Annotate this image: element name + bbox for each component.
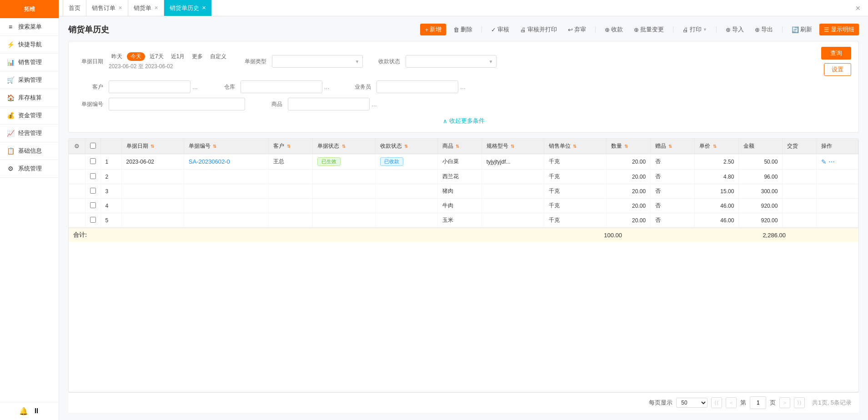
sidebar-item-search-menu[interactable]: ≡ 搜索菜单 <box>0 18 59 36</box>
row-select-checkbox[interactable] <box>90 202 96 208</box>
doc-no-link[interactable]: SA-20230602-0 <box>189 158 230 165</box>
staff-input[interactable] <box>376 80 458 93</box>
date-chip-today[interactable]: 今天 <box>127 52 145 61</box>
abandon-button[interactable]: ↩ 弃审 <box>564 24 590 35</box>
date-chip-custom[interactable]: 自定义 <box>207 52 229 61</box>
row-checkbox[interactable] <box>85 170 100 184</box>
staff-input-wrap: ... <box>376 80 466 93</box>
delete-button[interactable]: 🗑 删除 <box>450 24 476 35</box>
date-chip-more[interactable]: 更多 <box>189 52 206 61</box>
payment-status-select[interactable] <box>406 55 497 68</box>
next-page-button[interactable]: ＞ <box>779 397 790 408</box>
row-spec <box>482 170 544 184</box>
column-settings-icon[interactable]: ⚙ <box>74 143 80 150</box>
tab-sales-history-label: 销货单历史 <box>170 4 199 12</box>
sidebar-item-operations-mgmt[interactable]: 📈 经营管理 <box>0 125 59 142</box>
first-page-button[interactable]: ⟨⟨ <box>711 397 722 408</box>
sidebar-item-system-mgmt[interactable]: ⚙ 系统管理 <box>0 160 59 178</box>
import-button[interactable]: ⊕ 导入 <box>722 24 748 35</box>
select-all-checkbox[interactable] <box>90 143 96 149</box>
tab-sales-order-close[interactable]: ✕ <box>118 5 122 11</box>
staff-dots[interactable]: ... <box>460 83 466 90</box>
filter-row-3: 单据编号 商品 ... <box>76 98 851 110</box>
per-page-select[interactable]: 50 100 200 <box>676 398 707 408</box>
sidebar-item-finance-mgmt[interactable]: 💰 资金管理 <box>0 107 59 125</box>
refresh-button[interactable]: 🔄 刷新 <box>788 24 816 35</box>
th-doc-date[interactable]: 单据日期 ⇅ <box>121 139 184 154</box>
warehouse-input[interactable] <box>241 80 322 93</box>
print-dropdown-icon[interactable]: ▼ <box>703 27 707 32</box>
tab-sales-history-close[interactable]: ✕ <box>202 5 206 11</box>
batch-change-label: 批量变更 <box>640 25 664 34</box>
sidebar-item-label: 资金管理 <box>18 111 42 120</box>
row-select-checkbox[interactable] <box>90 217 96 223</box>
prev-page-button[interactable]: ＜ <box>726 397 737 408</box>
audit-icon: ✓ <box>491 26 496 33</box>
page-input[interactable] <box>750 396 766 409</box>
batch-change-button[interactable]: ⊕ 批量变更 <box>630 24 667 35</box>
sidebar-item-inventory-calc[interactable]: 🏠 库存核算 <box>0 89 59 107</box>
export-button[interactable]: ⊕ 导出 <box>751 24 777 35</box>
th-qty[interactable]: 数量 ⇅ <box>606 139 650 154</box>
warehouse-dots[interactable]: ... <box>324 83 330 90</box>
audit-button[interactable]: ✓ 审核 <box>487 24 513 35</box>
last-page-button[interactable]: ⟩⟩ <box>794 397 805 408</box>
pause-icon[interactable]: ⏸ <box>33 407 40 415</box>
th-unit[interactable]: 销售单位 ⇅ <box>544 139 606 154</box>
tab-sales-history[interactable]: 销货单历史 ✕ <box>164 0 212 16</box>
row-doc-status <box>313 213 375 228</box>
customer-input[interactable] <box>109 80 191 93</box>
date-chip-7days[interactable]: 近7天 <box>147 52 166 61</box>
table-row: 5 玉米 千克 20.00 否 46.00 920.00 <box>69 213 858 228</box>
row-checkbox[interactable] <box>85 154 100 170</box>
row-select-checkbox[interactable] <box>90 188 96 194</box>
doc-no-input[interactable] <box>109 98 245 110</box>
row-checkbox[interactable] <box>85 213 100 228</box>
print-button[interactable]: 🖨 打印 ▼ <box>679 24 711 35</box>
row-select-checkbox[interactable] <box>90 173 96 179</box>
notification-icon[interactable]: 🔔 <box>19 407 28 415</box>
th-goods[interactable]: 商品 ⇅ <box>437 139 482 154</box>
more-actions-icon[interactable]: ⋯ <box>828 158 835 165</box>
row-unit: 千克 <box>544 199 606 213</box>
show-detail-button[interactable]: ☰ 显示明细 <box>819 24 859 35</box>
sidebar-item-sales-mgmt[interactable]: 📊 销售管理 <box>0 54 59 71</box>
query-button[interactable]: 查询 <box>821 47 851 60</box>
date-chip-yesterday[interactable]: 昨天 <box>109 52 125 61</box>
customer-dots[interactable]: ... <box>192 83 198 90</box>
tab-window-close[interactable]: ✕ <box>852 3 864 14</box>
new-button[interactable]: + 新增 <box>420 24 446 35</box>
sidebar-item-basic-info[interactable]: 📋 基础信息 <box>0 142 59 160</box>
tab-home[interactable]: 首页 <box>63 0 86 16</box>
sidebar-item-label: 采购管理 <box>18 76 42 84</box>
th-gift[interactable]: 赠品 ⇅ <box>651 139 695 154</box>
sidebar-item-purchase-mgmt[interactable]: 🛒 采购管理 <box>0 71 59 89</box>
th-customer[interactable]: 客户 ⇅ <box>269 139 313 154</box>
collapse-button[interactable]: ∧ 收起更多条件 <box>443 115 485 127</box>
edit-icon[interactable]: ✎ <box>821 158 827 165</box>
th-unit-price[interactable]: 单价 ⇅ <box>695 139 739 154</box>
th-doc-status[interactable]: 单据状态 ⇅ <box>313 139 375 154</box>
th-doc-no[interactable]: 单据编号 ⇅ <box>184 139 269 154</box>
row-select-checkbox[interactable] <box>90 158 96 164</box>
row-checkbox[interactable] <box>85 199 100 213</box>
doc-type-select[interactable] <box>272 55 363 68</box>
date-chip-1month[interactable]: 近1月 <box>168 52 188 61</box>
goods-dots[interactable]: ... <box>371 100 377 108</box>
import-icon: ⊕ <box>726 26 731 33</box>
th-payment-status[interactable]: 收款状态 ⇅ <box>375 139 437 154</box>
row-settings <box>69 184 85 199</box>
goods-input[interactable] <box>288 98 370 110</box>
payment-status-badge: 已收款 <box>380 157 403 166</box>
tab-sales-goods-close[interactable]: ✕ <box>154 5 158 11</box>
audit-print-button[interactable]: 🖨 审核并打印 <box>517 24 561 35</box>
row-checkbox[interactable] <box>85 184 100 199</box>
set-button[interactable]: 设置 <box>824 63 851 76</box>
collapse-label: 收起更多条件 <box>449 117 485 125</box>
collect-button[interactable]: ⊕ 收款 <box>601 24 627 35</box>
sidebar-item-quick-nav[interactable]: ⚡ 快捷导航 <box>0 36 59 54</box>
tab-sales-order[interactable]: 销售订单 ✕ <box>86 0 128 16</box>
row-customer <box>269 213 313 228</box>
tab-sales-goods[interactable]: 销货单 ✕ <box>128 0 164 16</box>
th-spec[interactable]: 规格型号 ⇅ <box>482 139 544 154</box>
